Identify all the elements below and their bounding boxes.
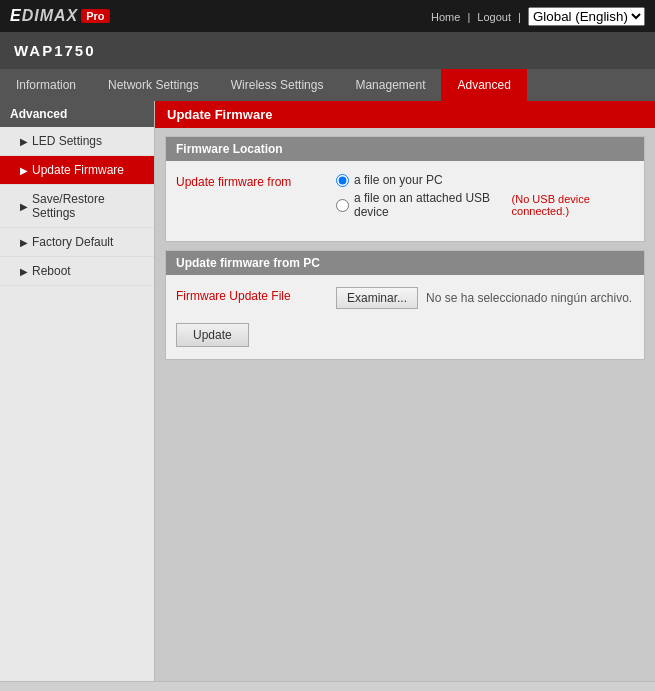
firmware-location-card: Firmware Location Update firmware from a…	[165, 136, 645, 242]
firmware-file-label: Firmware Update File	[176, 287, 336, 303]
top-bar: EDIMAX Pro Home | Logout | Global (Engli…	[0, 0, 655, 32]
firmware-source-row: Update firmware from a file on your PC a…	[176, 173, 634, 223]
sidebar-header: Advanced	[0, 101, 154, 127]
radio-usb-row: a file on an attached USB device (No USB…	[336, 191, 634, 219]
nav-management[interactable]: Management	[339, 69, 441, 101]
firmware-pc-body: Firmware Update File Examinar... No se h…	[166, 275, 644, 359]
main-content: Update Firmware Firmware Location Update…	[155, 101, 655, 681]
device-name: WAP1750	[14, 42, 96, 59]
no-file-text: No se ha seleccionado ningún archivo.	[426, 291, 632, 305]
sidebar-item-update-firmware[interactable]: ▶ Update Firmware	[0, 156, 154, 185]
firmware-file-controls: Examinar... No se ha seleccionado ningún…	[336, 287, 634, 309]
nav-information[interactable]: Information	[0, 69, 92, 101]
no-usb-text: (No USB device connected.)	[512, 193, 634, 217]
firmware-source-controls: a file on your PC a file on an attached …	[336, 173, 634, 223]
main-nav: Information Network Settings Wireless Se…	[0, 69, 655, 101]
firmware-pc-header: Update firmware from PC	[166, 251, 644, 275]
logout-link[interactable]: Logout	[477, 11, 511, 23]
arrow-icon: ▶	[20, 201, 28, 212]
arrow-icon: ▶	[20, 136, 28, 147]
arrow-icon: ▶	[20, 266, 28, 277]
top-links: Home | Logout | Global (English)	[431, 7, 645, 26]
file-input-row: Examinar... No se ha seleccionado ningún…	[336, 287, 634, 309]
nav-wireless-settings[interactable]: Wireless Settings	[215, 69, 340, 101]
page-title: Update Firmware	[155, 101, 655, 128]
update-button[interactable]: Update	[176, 323, 249, 347]
home-link[interactable]: Home	[431, 11, 460, 23]
lang-selector[interactable]: Global (English)	[528, 7, 645, 26]
sidebar-item-save-restore[interactable]: ▶ Save/Restore Settings	[0, 185, 154, 228]
sidebar-item-factory-default[interactable]: ▶ Factory Default	[0, 228, 154, 257]
pro-badge: Pro	[81, 9, 109, 23]
browse-button[interactable]: Examinar...	[336, 287, 418, 309]
radio-pc-label: a file on your PC	[354, 173, 443, 187]
firmware-file-row: Firmware Update File Examinar... No se h…	[176, 287, 634, 309]
firmware-pc-card: Update firmware from PC Firmware Update …	[165, 250, 645, 360]
arrow-icon: ▶	[20, 237, 28, 248]
sidebar-item-led[interactable]: ▶ LED Settings	[0, 127, 154, 156]
device-bar: WAP1750	[0, 32, 655, 69]
content-wrapper: Advanced ▶ LED Settings ▶ Update Firmwar…	[0, 101, 655, 681]
firmware-location-body: Update firmware from a file on your PC a…	[166, 161, 644, 241]
logo-area: EDIMAX Pro	[10, 7, 110, 25]
nav-advanced[interactable]: Advanced	[441, 69, 526, 101]
radio-pc-row: a file on your PC	[336, 173, 634, 187]
radio-usb[interactable]	[336, 199, 349, 212]
radio-usb-label: a file on an attached USB device	[354, 191, 508, 219]
footer: Copyright 2014 © EDIMAX Technology Co., …	[0, 681, 655, 691]
firmware-source-label: Update firmware from	[176, 173, 336, 189]
edimax-logo: EDIMAX	[10, 7, 78, 25]
arrow-icon: ▶	[20, 165, 28, 176]
sidebar-item-reboot[interactable]: ▶ Reboot	[0, 257, 154, 286]
firmware-location-header: Firmware Location	[166, 137, 644, 161]
nav-network-settings[interactable]: Network Settings	[92, 69, 215, 101]
radio-pc[interactable]	[336, 174, 349, 187]
sidebar: Advanced ▶ LED Settings ▶ Update Firmwar…	[0, 101, 155, 681]
